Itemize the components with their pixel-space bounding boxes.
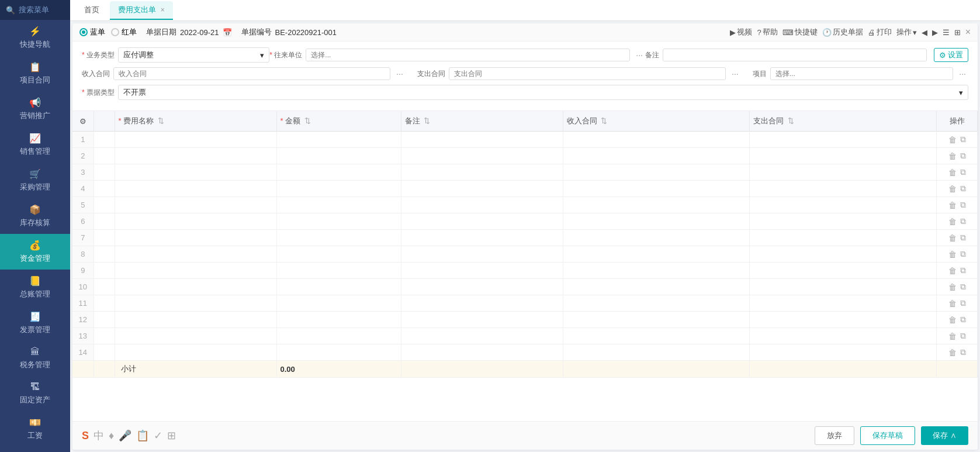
remarks-input[interactable] [663, 49, 927, 61]
cell-income-contract-14[interactable] [563, 344, 750, 361]
cell-expense-contract-5[interactable] [750, 197, 937, 213]
prev-page-icon[interactable]: ◀ [922, 28, 927, 37]
copy-icon-8[interactable]: ⧉ [960, 249, 966, 259]
cell-note-9[interactable] [401, 263, 563, 279]
cell-note-14[interactable] [401, 344, 563, 361]
cell-amount-9[interactable] [276, 263, 401, 279]
cell-expense-name-2[interactable] [115, 148, 276, 164]
calendar-icon[interactable]: 📅 [223, 28, 232, 37]
copy-icon-13[interactable]: ⧉ [960, 331, 966, 341]
cell-expense-contract-6[interactable] [750, 213, 937, 230]
copy-icon-3[interactable]: ⧉ [960, 167, 966, 177]
cell-amount-10[interactable] [276, 279, 401, 295]
next-page-icon[interactable]: ▶ [932, 28, 938, 37]
cell-note-6[interactable] [401, 213, 563, 230]
cell-income-contract-3[interactable] [563, 164, 750, 181]
col-expense-contract[interactable]: 支出合同 ⇅ [750, 111, 937, 132]
abandon-button[interactable]: 放弃 [815, 426, 854, 445]
cell-amount-13[interactable] [276, 328, 401, 344]
partner-input[interactable] [306, 49, 630, 61]
cell-expense-contract-12[interactable] [750, 312, 937, 328]
cell-amount-8[interactable] [276, 246, 401, 263]
sidebar-item-inventory[interactable]: 📦库存核算 [0, 198, 70, 234]
copy-icon-2[interactable]: ⧉ [960, 151, 966, 161]
footer-icon-copy[interactable]: 📋 [136, 429, 149, 442]
project-input[interactable] [770, 67, 954, 80]
cell-income-contract-5[interactable] [563, 197, 750, 213]
cell-amount-3[interactable] [276, 164, 401, 181]
sidebar-search[interactable]: 🔍 搜索菜单 [0, 0, 70, 20]
copy-icon-4[interactable]: ⧉ [960, 184, 966, 194]
red-radio[interactable]: 红单 [111, 27, 137, 37]
cell-note-13[interactable] [401, 328, 563, 344]
date-field-value[interactable]: 2022-09-21 [180, 28, 219, 37]
delete-icon-14[interactable]: 🗑 [948, 348, 957, 357]
cell-amount-6[interactable] [276, 213, 401, 230]
cell-expense-contract-13[interactable] [750, 328, 937, 344]
delete-icon-4[interactable]: 🗑 [948, 184, 957, 194]
delete-icon-9[interactable]: 🗑 [948, 266, 957, 275]
cell-expense-contract-14[interactable] [750, 344, 937, 361]
partner-dots-btn[interactable]: ··· [633, 50, 645, 60]
cell-amount-5[interactable] [276, 197, 401, 213]
copy-icon-12[interactable]: ⧉ [960, 315, 966, 325]
copy-icon-6[interactable]: ⧉ [960, 216, 966, 226]
cell-expense-name-7[interactable] [115, 230, 276, 246]
save-draft-button[interactable]: 保存草稿 [860, 426, 915, 445]
ops-btn[interactable]: 操作 ▾ [896, 27, 917, 37]
cell-expense-contract-7[interactable] [750, 230, 937, 246]
income-contract-dots[interactable]: ··· [394, 69, 406, 78]
delete-icon-7[interactable]: 🗑 [948, 233, 957, 243]
sidebar-item-salary[interactable]: 💴工资 [0, 411, 70, 447]
number-field-value[interactable]: BE-20220921-001 [275, 28, 337, 37]
footer-icon-grid[interactable]: ⊞ [167, 429, 176, 442]
sidebar-item-project-contract[interactable]: 📋项目合同 [0, 56, 70, 91]
cell-note-12[interactable] [401, 312, 563, 328]
save-button[interactable]: 保存 ∧ [921, 426, 968, 445]
sidebar-item-fixed-assets[interactable]: 🏗固定资产 [0, 376, 70, 411]
cell-income-contract-13[interactable] [563, 328, 750, 344]
cell-expense-contract-1[interactable] [750, 132, 937, 148]
cell-expense-name-8[interactable] [115, 246, 276, 263]
expense-contract-input[interactable] [449, 67, 726, 80]
cell-income-contract-11[interactable] [563, 295, 750, 312]
delete-icon-11[interactable]: 🗑 [948, 299, 957, 308]
cell-amount-4[interactable] [276, 181, 401, 197]
history-btn[interactable]: 🕐 历史单据 [822, 27, 863, 37]
cell-expense-contract-8[interactable] [750, 246, 937, 263]
footer-icon-zhong[interactable]: 中 [94, 429, 104, 443]
copy-icon-7[interactable]: ⧉ [960, 233, 966, 243]
cell-income-contract-9[interactable] [563, 263, 750, 279]
cell-expense-name-4[interactable] [115, 181, 276, 197]
income-contract-input[interactable] [113, 67, 390, 80]
col-amount[interactable]: 金额 ⇅ [276, 111, 401, 132]
cell-expense-contract-4[interactable] [750, 181, 937, 197]
footer-icon-check[interactable]: ✓ [154, 429, 162, 442]
delete-icon-13[interactable]: 🗑 [948, 332, 957, 341]
cell-expense-name-10[interactable] [115, 279, 276, 295]
blue-radio[interactable]: 蓝单 [79, 27, 105, 37]
col-expense-name[interactable]: 费用名称 ⇅ [115, 111, 276, 132]
sidebar-item-sales[interactable]: 📈销售管理 [0, 127, 70, 163]
window-close-btn[interactable]: × [965, 27, 971, 37]
tab-home[interactable]: 首页 [76, 1, 108, 20]
cell-expense-name-11[interactable] [115, 295, 276, 312]
cell-note-3[interactable] [401, 164, 563, 181]
print-btn[interactable]: 🖨 打印 [868, 27, 892, 37]
cell-expense-name-13[interactable] [115, 328, 276, 344]
cell-note-8[interactable] [401, 246, 563, 263]
tab-expense[interactable]: 费用支出单 × [110, 1, 173, 20]
cell-income-contract-2[interactable] [563, 148, 750, 164]
invoice-type-select[interactable]: 不开票 ▾ [118, 85, 968, 100]
cell-income-contract-10[interactable] [563, 279, 750, 295]
cell-expense-name-5[interactable] [115, 197, 276, 213]
video-btn[interactable]: ▶ 视频 [730, 27, 752, 37]
cell-note-5[interactable] [401, 197, 563, 213]
cell-income-contract-8[interactable] [563, 246, 750, 263]
cell-income-contract-6[interactable] [563, 213, 750, 230]
cell-expense-contract-9[interactable] [750, 263, 937, 279]
cell-expense-contract-11[interactable] [750, 295, 937, 312]
settings-btn[interactable]: ⚙ 设置 [934, 48, 968, 62]
sidebar-item-operations[interactable]: 📊经营管理 [0, 447, 70, 452]
cell-note-4[interactable] [401, 181, 563, 197]
